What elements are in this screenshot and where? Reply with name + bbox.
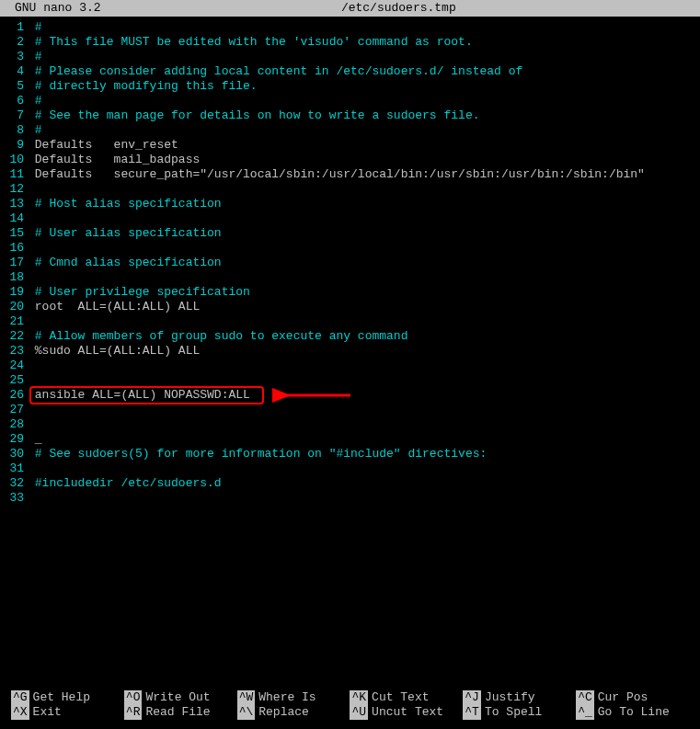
- shortcut-item[interactable]: ^OWrite Out: [124, 690, 237, 705]
- line-number: 6: [0, 94, 24, 108]
- code-line[interactable]: Defaults mail_badpass: [28, 153, 700, 167]
- shortcut-label: To Spell: [485, 705, 542, 720]
- line-number: 26: [0, 388, 24, 403]
- code-line[interactable]: # directly modifying this file.: [28, 79, 700, 94]
- line-number-gutter: 1234567891011121314151617181920212223242…: [0, 20, 28, 506]
- shortcut-label: Go To Line: [598, 705, 670, 720]
- shortcut-item[interactable]: ^XExit: [11, 705, 124, 720]
- code-line[interactable]: #: [28, 20, 700, 35]
- shortcut-key: ^_: [576, 705, 594, 720]
- line-number: 12: [0, 182, 24, 197]
- code-line[interactable]: # This file MUST be edited with the 'vis…: [28, 35, 700, 50]
- code-line[interactable]: %sudo ALL=(ALL:ALL) ALL: [28, 344, 700, 359]
- code-line[interactable]: [28, 403, 700, 417]
- line-number: 18: [0, 270, 24, 285]
- code-line[interactable]: #: [28, 50, 700, 64]
- shortcut-item[interactable]: ^TTo Spell: [463, 705, 576, 720]
- shortcut-label: Justify: [485, 690, 535, 705]
- line-number: 4: [0, 64, 24, 79]
- line-number: 19: [0, 285, 24, 300]
- shortcut-label: Cut Text: [372, 690, 429, 705]
- shortcut-item[interactable]: ^RRead File: [124, 705, 237, 720]
- code-line[interactable]: [28, 461, 700, 476]
- shortcut-label: Uncut Text: [372, 705, 443, 720]
- code-line[interactable]: _: [28, 432, 700, 447]
- code-line[interactable]: [28, 373, 700, 388]
- editor-area[interactable]: 1234567891011121314151617181920212223242…: [0, 17, 700, 506]
- line-number: 24: [0, 359, 24, 373]
- shortcut-label: Replace: [258, 705, 309, 720]
- code-line[interactable]: # See sudoers(5) for more information on…: [28, 447, 700, 461]
- line-number: 5: [0, 79, 24, 94]
- shortcut-item[interactable]: ^JJustify: [463, 690, 576, 705]
- line-number: 7: [0, 108, 24, 123]
- title-bar: GNU nano 3.2 /etc/sudoers.tmp: [0, 0, 700, 17]
- line-number: 8: [0, 123, 24, 138]
- shortcut-key: ^R: [124, 705, 143, 720]
- code-line[interactable]: #: [28, 123, 700, 138]
- code-line[interactable]: [28, 417, 700, 432]
- code-line[interactable]: [28, 182, 700, 197]
- shortcut-key: ^J: [463, 690, 481, 705]
- line-number: 9: [0, 138, 24, 153]
- code-line[interactable]: ansible ALL=(ALL) NOPASSWD:ALL: [28, 388, 700, 403]
- code-line[interactable]: [28, 211, 700, 226]
- line-number: 25: [0, 373, 24, 388]
- code-line[interactable]: # Host alias specification: [28, 197, 700, 211]
- code-line[interactable]: [28, 241, 700, 256]
- line-number: 30: [0, 447, 24, 461]
- shortcut-item[interactable]: ^CCur Pos: [576, 690, 689, 705]
- shortcut-row-2: ^XExit^RRead File^\Replace^UUncut Text^T…: [11, 705, 689, 720]
- shortcut-key: ^C: [576, 690, 594, 705]
- shortcut-key: ^W: [237, 690, 256, 705]
- shortcut-item[interactable]: ^KCut Text: [350, 690, 463, 705]
- shortcut-label: Exit: [33, 705, 62, 720]
- code-line[interactable]: [28, 314, 700, 329]
- code-line[interactable]: # User privilege specification: [28, 285, 700, 300]
- line-number: 22: [0, 329, 24, 344]
- line-number: 2: [0, 35, 24, 50]
- shortcut-label: Read File: [145, 705, 210, 720]
- shortcut-key: ^G: [11, 690, 29, 705]
- shortcut-bar: ^GGet Help^OWrite Out^WWhere Is^KCut Tex…: [0, 690, 700, 720]
- code-line[interactable]: # Allow members of group sudo to execute…: [28, 329, 700, 344]
- shortcut-label: Get Help: [33, 690, 90, 705]
- line-number: 32: [0, 476, 24, 491]
- code-line[interactable]: Defaults secure_path="/usr/local/sbin:/u…: [28, 167, 700, 182]
- line-number: 15: [0, 226, 24, 241]
- line-number: 10: [0, 153, 24, 167]
- shortcut-item[interactable]: ^UUncut Text: [350, 705, 463, 720]
- code-line[interactable]: #includedir /etc/sudoers.d: [28, 476, 700, 491]
- line-number: 33: [0, 491, 24, 506]
- line-number: 23: [0, 344, 24, 359]
- shortcut-row-1: ^GGet Help^OWrite Out^WWhere Is^KCut Tex…: [11, 690, 689, 705]
- shortcut-key: ^T: [463, 705, 481, 720]
- line-number: 3: [0, 50, 24, 64]
- code-line[interactable]: [28, 359, 700, 373]
- shortcut-key: ^\: [237, 705, 256, 720]
- line-number: 17: [0, 256, 24, 270]
- shortcut-item[interactable]: ^\Replace: [237, 705, 350, 720]
- code-line[interactable]: # User alias specification: [28, 226, 700, 241]
- code-line[interactable]: [28, 270, 700, 285]
- code-line[interactable]: # See the man page for details on how to…: [28, 108, 700, 123]
- code-line[interactable]: # Please consider adding local content i…: [28, 64, 700, 79]
- code-line[interactable]: #: [28, 94, 700, 108]
- shortcut-item[interactable]: ^GGet Help: [11, 690, 124, 705]
- app-name: GNU nano 3.2: [4, 0, 101, 17]
- code-line[interactable]: Defaults env_reset: [28, 138, 700, 153]
- code-line[interactable]: root ALL=(ALL:ALL) ALL: [28, 300, 700, 314]
- code-line[interactable]: # Cmnd alias specification: [28, 256, 700, 270]
- code-line[interactable]: [28, 491, 700, 506]
- shortcut-item[interactable]: ^WWhere Is: [237, 690, 350, 705]
- editor-content[interactable]: # # This file MUST be edited with the 'v…: [28, 20, 700, 506]
- shortcut-key: ^O: [124, 690, 143, 705]
- shortcut-label: Where Is: [258, 690, 316, 705]
- shortcut-key: ^K: [350, 690, 368, 705]
- line-number: 16: [0, 241, 24, 256]
- file-path: /etc/sudoers.tmp: [101, 0, 696, 17]
- line-number: 14: [0, 211, 24, 226]
- shortcut-item[interactable]: ^_Go To Line: [576, 705, 689, 720]
- shortcut-label: Cur Pos: [598, 690, 648, 705]
- shortcut-key: ^X: [11, 705, 29, 720]
